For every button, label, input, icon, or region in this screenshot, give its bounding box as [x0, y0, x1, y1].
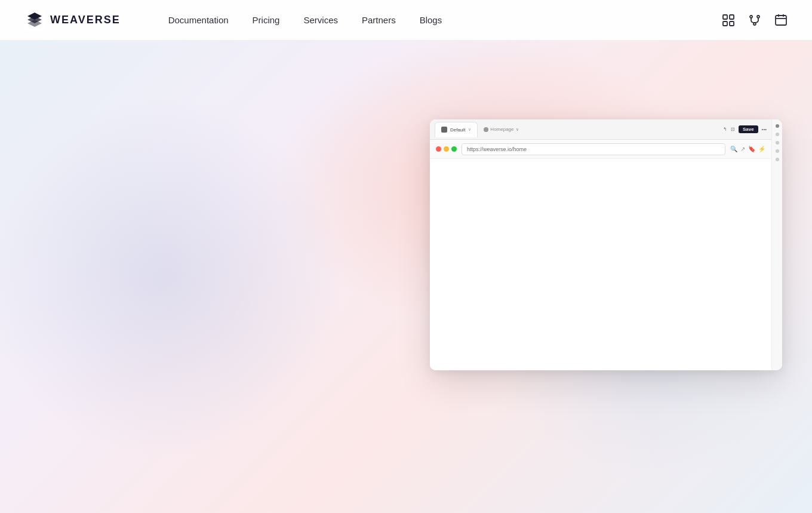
browser-sidebar [771, 119, 782, 370]
traffic-lights [436, 146, 457, 152]
logo[interactable]: WEAVERSE [24, 10, 121, 31]
tab-homepage: Homepage ∨ [484, 127, 518, 132]
browser-content [430, 159, 771, 370]
nav-link-pricing[interactable]: Pricing [253, 15, 280, 25]
svg-rect-4 [723, 15, 727, 19]
browser-tab-active[interactable]: Default ∨ [435, 122, 478, 137]
toolbar-icon-1[interactable]: ↰ [723, 127, 727, 132]
toolbar-icon-3[interactable]: ••• [762, 127, 767, 132]
address-actions: 🔍 ↗ 🔖 ⚡ [730, 146, 765, 152]
browser-address-bar: https://weaverse.io/home 🔍 ↗ 🔖 ⚡ [430, 140, 771, 159]
navbar: WEAVERSE Documentation Pricing Services … [0, 0, 812, 41]
nav-link-services[interactable]: Services [303, 15, 338, 25]
sidebar-dot-1[interactable] [776, 124, 779, 128]
bookmark-icon[interactable]: 🔖 [748, 146, 755, 152]
logo-text: WEAVERSE [50, 14, 121, 26]
svg-point-8 [750, 16, 752, 18]
browser-mockup: Default ∨ Homepage ∨ ↰ ⊡ Save ••• ht [430, 119, 782, 370]
svg-rect-5 [730, 15, 734, 19]
traffic-light-yellow[interactable] [444, 146, 449, 152]
svg-rect-13 [776, 16, 786, 25]
save-button[interactable]: Save [739, 125, 758, 133]
nav-link-blogs[interactable]: Blogs [420, 15, 442, 25]
traffic-light-red[interactable] [436, 146, 441, 152]
nav-link-documentation[interactable]: Documentation [168, 15, 229, 25]
sidebar-dot-4[interactable] [776, 149, 779, 153]
apps-icon[interactable] [721, 13, 736, 27]
address-url: https://weaverse.io/home [467, 146, 527, 152]
extension-icon[interactable]: ⚡ [758, 146, 765, 152]
search-icon[interactable]: 🔍 [730, 146, 737, 152]
svg-point-9 [757, 16, 759, 18]
svg-rect-7 [730, 21, 734, 26]
toolbar-icon-2[interactable]: ⊡ [731, 127, 735, 132]
sidebar-dot-2[interactable] [776, 133, 779, 136]
tab-label: Default [450, 127, 465, 133]
address-bar-input[interactable]: https://weaverse.io/home [462, 143, 725, 155]
logo-icon [24, 10, 45, 31]
git-icon[interactable] [748, 13, 762, 27]
svg-rect-6 [723, 21, 727, 26]
browser-main: Default ∨ Homepage ∨ ↰ ⊡ Save ••• ht [430, 119, 771, 370]
nav-actions [721, 13, 788, 27]
tab-favicon [441, 127, 447, 133]
sidebar-dot-3[interactable] [776, 141, 779, 145]
sidebar-dot-5[interactable] [776, 158, 779, 161]
browser-toolbar-right: ↰ ⊡ Save ••• [723, 125, 767, 133]
nav-link-partners[interactable]: Partners [362, 15, 396, 25]
calendar-icon[interactable] [774, 13, 788, 27]
traffic-light-green[interactable] [451, 146, 457, 152]
browser-tabs-bar: Default ∨ Homepage ∨ ↰ ⊡ Save ••• [430, 119, 771, 140]
share-icon[interactable]: ↗ [740, 146, 745, 152]
nav-links: Documentation Pricing Services Partners … [168, 15, 721, 25]
tab-label-2: ∨ [468, 127, 471, 132]
